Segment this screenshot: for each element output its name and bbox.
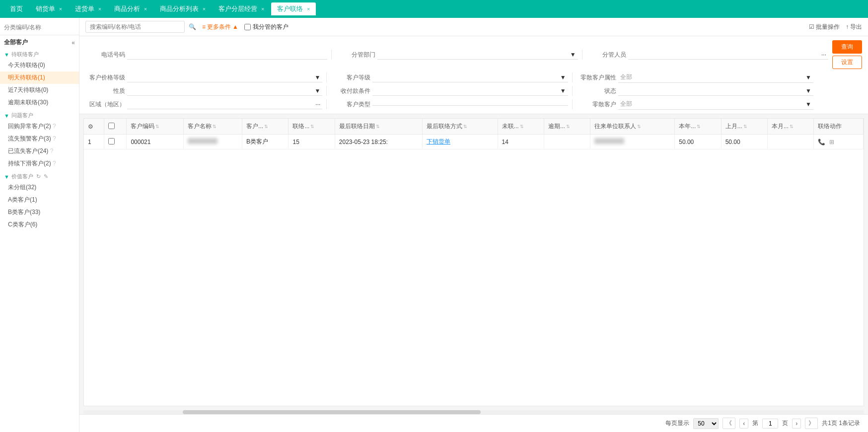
sidebar-all-customers[interactable]: 全部客户 «	[0, 35, 79, 48]
sidebar-item-today[interactable]: 今天待联络(0)	[0, 59, 79, 72]
nav-product-analysis[interactable]: 商品分析 ×	[108, 2, 153, 15]
payment-select[interactable]: ▼	[372, 86, 568, 96]
per-page-select[interactable]: 50 10 20 100	[693, 418, 719, 429]
search-input[interactable]	[85, 21, 185, 33]
sidebar-item-churn-warning[interactable]: 流失预警客户(3) ?	[0, 133, 79, 145]
export-btn[interactable]: ↑ 导出	[846, 23, 862, 31]
refresh-icon-value[interactable]: ↻	[36, 173, 41, 180]
nav-customer-tier-close[interactable]: ×	[261, 6, 264, 12]
sidebar-item-class-b[interactable]: B类客户(33)	[0, 206, 79, 218]
sidebar-item-class-c[interactable]: C类客户(6)	[0, 218, 79, 231]
sidebar-collapse-icon[interactable]: «	[72, 39, 75, 46]
retail-cust-select[interactable]: 全部 ▼	[618, 99, 813, 110]
my-customers-check[interactable]	[244, 24, 251, 30]
sidebar-item-class-a[interactable]: A类客户(1)	[0, 194, 79, 206]
price-grade-select[interactable]: ▼	[127, 73, 322, 82]
prev-page-btn[interactable]: ‹	[739, 419, 748, 429]
nav-customer-tier[interactable]: 客户分层经营 ×	[213, 2, 270, 15]
col-cust-type[interactable]: 客户... ⇅	[242, 119, 289, 135]
col-contact-count[interactable]: 联络... ⇅	[289, 119, 335, 135]
help-icon-1[interactable]: ?	[53, 123, 56, 130]
nav-product-list[interactable]: 商品分析列表 ×	[154, 2, 212, 15]
nav-customer-contact[interactable]: 客户联络 ×	[271, 2, 316, 15]
col-last-date[interactable]: 最后联络日期 ⇅	[335, 119, 422, 135]
next-page-btn[interactable]: ›	[792, 419, 801, 429]
sidebar-item-tomorrow[interactable]: 明天待联络(1)	[0, 72, 79, 84]
sidebar-item-repurchase-abnormal[interactable]: 回购异常客户(2) ?	[0, 120, 79, 133]
action-phone-icon[interactable]: 📞	[818, 139, 825, 145]
nav-sales-close[interactable]: ×	[59, 6, 62, 12]
sort-icon-name[interactable]: ⇅	[213, 124, 217, 129]
sort-icon-lmonth[interactable]: ⇅	[743, 124, 747, 129]
phone-input[interactable]	[127, 50, 327, 60]
col-code[interactable]: 客户编码 ⇅	[127, 119, 184, 135]
status-select[interactable]: ▼	[618, 86, 813, 96]
row-last-method[interactable]: 下销货单	[423, 135, 498, 149]
help-icon-3[interactable]: ?	[50, 147, 54, 154]
col-unlisted[interactable]: 未联... ⇅	[498, 119, 544, 135]
sort-icon-contact[interactable]: ⇅	[310, 124, 314, 129]
page-input[interactable]	[762, 419, 778, 429]
last-method-link[interactable]: 下销货单	[427, 138, 450, 145]
sort-icon-date[interactable]: ⇅	[376, 124, 380, 129]
help-icon-4[interactable]: ?	[53, 160, 56, 167]
row-select-checkbox[interactable]	[108, 138, 115, 144]
cust-grade-select[interactable]: ▼	[372, 73, 568, 82]
gear-icon[interactable]: ⚙	[88, 123, 93, 130]
sort-icon-year[interactable]: ⇅	[697, 124, 701, 129]
person-select[interactable]: ···	[628, 50, 828, 60]
nav-product-analysis-close[interactable]: ×	[144, 6, 147, 12]
settings-button[interactable]: 设置	[832, 56, 862, 69]
dept-select[interactable]: ▼	[377, 50, 578, 60]
select-all-checkbox[interactable]	[108, 123, 115, 129]
sort-icon-type[interactable]: ⇅	[264, 124, 268, 129]
col-this-month[interactable]: 本月... ⇅	[768, 119, 814, 135]
sort-icon-tmonth[interactable]: ⇅	[790, 124, 794, 129]
retail-attr-select[interactable]: 全部 ▼	[618, 72, 813, 83]
search-icon[interactable]: 🔍	[189, 23, 196, 30]
nav-home[interactable]: 首页	[4, 2, 29, 15]
sort-icon-unlisted[interactable]: ⇅	[520, 124, 524, 129]
batch-ops-btn[interactable]: ☑ 批量操作	[809, 23, 840, 31]
query-button[interactable]: 查询	[832, 40, 862, 54]
col-overdue[interactable]: 逾期... ⇅	[544, 119, 590, 135]
col-last-method[interactable]: 最后联络方式 ⇅	[423, 119, 498, 135]
more-conditions-btn[interactable]: ≡ 更多条件 ▲	[200, 22, 240, 32]
action-grid-icon[interactable]: ⊞	[829, 139, 834, 145]
sidebar-item-week[interactable]: 近7天待联络(0)	[0, 84, 79, 96]
region-select[interactable]: ···	[127, 100, 322, 109]
col-last-month[interactable]: 上月... ⇅	[721, 119, 767, 135]
sidebar-item-ungrouped[interactable]: 未分组(32)	[0, 181, 79, 194]
col-name[interactable]: 客户名称 ⇅	[184, 119, 242, 135]
my-customers-checkbox[interactable]: 我分管的客户	[244, 23, 289, 31]
edit-icon-value[interactable]: ✎	[44, 173, 48, 180]
horizontal-scrollbar[interactable]	[83, 410, 864, 414]
row-name[interactable]	[184, 135, 242, 149]
first-page-btn[interactable]: 《	[723, 418, 735, 429]
cust-type-select[interactable]	[372, 103, 568, 106]
sort-icon-code[interactable]: ⇅	[155, 124, 159, 129]
sort-icon-unit[interactable]: ⇅	[637, 124, 641, 129]
nav-purchase-close[interactable]: ×	[98, 6, 101, 12]
nature-select[interactable]: ▼	[127, 86, 322, 96]
sort-icon-overdue[interactable]: ⇅	[566, 124, 570, 129]
row-actions[interactable]: 📞 ⊞	[814, 135, 864, 149]
col-unit-contact[interactable]: 往来单位联系人 ⇅	[590, 119, 675, 135]
sidebar-item-overdue[interactable]: 逾期未联络(30)	[0, 96, 79, 109]
nav-customer-contact-close[interactable]: ×	[307, 6, 310, 12]
sidebar-item-churned[interactable]: 已流失客户(24) ?	[0, 145, 79, 157]
nav-product-list-close[interactable]: ×	[203, 6, 206, 12]
col-settings[interactable]: ⚙	[84, 119, 104, 135]
help-icon-2[interactable]: ?	[53, 135, 56, 142]
nav-purchase[interactable]: 进货单 ×	[69, 2, 107, 15]
row-checkbox[interactable]	[104, 135, 127, 149]
sidebar-search-input[interactable]	[4, 24, 78, 31]
col-this-year[interactable]: 本年... ⇅	[675, 119, 721, 135]
scrollbar-thumb[interactable]	[183, 410, 481, 414]
status-chevron: ▼	[805, 87, 811, 94]
sort-icon-method[interactable]: ⇅	[463, 124, 467, 129]
col-checkbox[interactable]	[104, 119, 127, 135]
nav-sales[interactable]: 销货单 ×	[30, 2, 68, 15]
last-page-btn[interactable]: 》	[805, 418, 818, 429]
sidebar-item-declining[interactable]: 持续下滑客户(2) ?	[0, 157, 79, 170]
